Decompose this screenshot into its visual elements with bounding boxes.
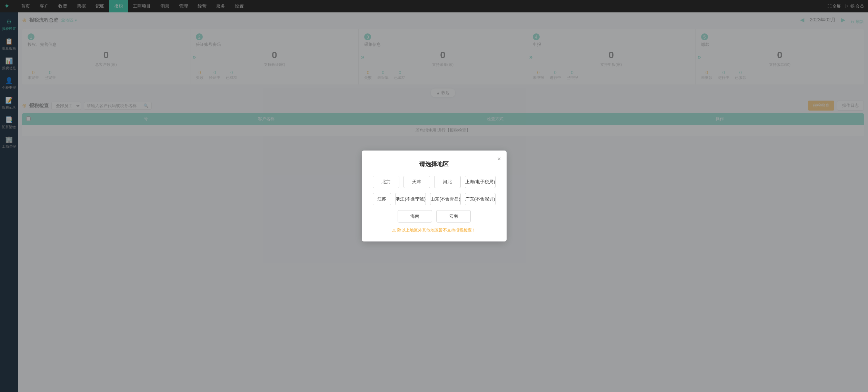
region-hebei[interactable]: 河北 — [434, 176, 461, 188]
modal-close-button[interactable]: × — [497, 155, 501, 163]
region-beijing[interactable]: 北京 — [373, 176, 399, 188]
region-shanghai[interactable]: 上海(电子税局) — [465, 176, 496, 188]
warning-text: 除以上地区外其他地区暂不支持报税检查！ — [397, 227, 476, 233]
region-jiangsu[interactable]: 江苏 — [373, 193, 391, 205]
region-shandong[interactable]: 山东(不含青岛) — [430, 193, 461, 205]
region-yunnan[interactable]: 云南 — [436, 210, 471, 223]
region-guangdong[interactable]: 广东(不含深圳) — [465, 193, 496, 205]
modal-overlay: × 请选择地区 北京 天津 河北 上海(电子税局) 江苏 浙江(不含宁波) 山东… — [0, 0, 868, 392]
region-select-modal: × 请选择地区 北京 天津 河北 上海(电子税局) 江苏 浙江(不含宁波) 山东… — [362, 151, 507, 241]
modal-warning: ⚠ 除以上地区外其他地区暂不支持报税检查！ — [373, 227, 496, 233]
warning-icon: ⚠ — [392, 228, 396, 233]
region-row-1: 北京 天津 河北 上海(电子税局) — [373, 176, 496, 188]
region-row-3: 海南 云南 — [373, 210, 496, 223]
modal-title: 请选择地区 — [373, 160, 496, 168]
region-zhejiang[interactable]: 浙江(不含宁波) — [395, 193, 426, 205]
region-row-2: 江苏 浙江(不含宁波) 山东(不含青岛) 广东(不含深圳) — [373, 193, 496, 205]
region-tianjin[interactable]: 天津 — [403, 176, 430, 188]
region-hainan[interactable]: 海南 — [398, 210, 432, 223]
